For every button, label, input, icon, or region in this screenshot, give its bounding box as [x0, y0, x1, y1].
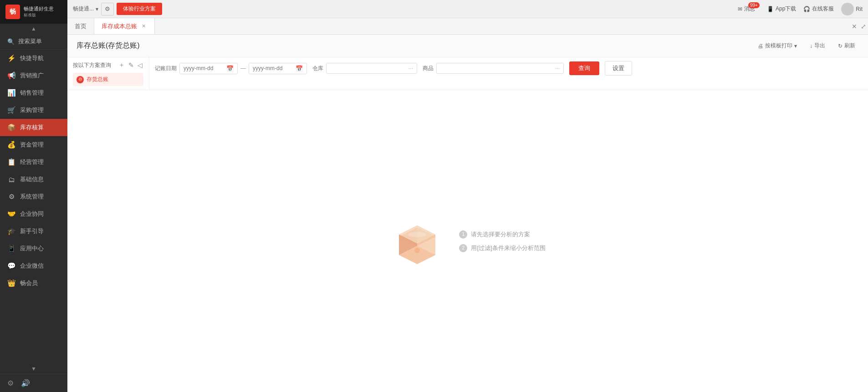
search-menu-item[interactable]: 🔍 搜索菜单 — [0, 34, 67, 50]
goods-filter-group: 商品 ··· — [423, 63, 564, 74]
scheme-item-icon: 存 — [77, 76, 84, 83]
finance-label: 资金管理 — [20, 141, 44, 149]
export-icon: ↓ — [810, 43, 812, 49]
calendar-end-icon[interactable]: 📅 — [296, 65, 303, 72]
sidebar-item-quick-nav[interactable]: ⚡ 快捷导航 — [0, 50, 67, 67]
sidebar-item-finance[interactable]: 💰 资金管理 — [0, 136, 67, 153]
user-avatar — [841, 3, 854, 15]
tab-inventory-cost-label: 库存成本总账 — [102, 22, 137, 31]
settings-btn[interactable]: 设置 — [605, 61, 632, 76]
scheme-actions: ＋ ✎ ◁ — [117, 61, 143, 69]
date-filter-group: 记账日期 📅 — 📅 — [155, 63, 307, 74]
svg-point-7 — [414, 248, 420, 253]
date-start-field[interactable] — [184, 65, 225, 71]
scheme-edit-btn[interactable]: ✎ — [128, 61, 135, 69]
scheme-collapse-btn[interactable]: ◁ — [137, 61, 143, 69]
footer-audio-icon[interactable]: 🔊 — [21, 379, 30, 387]
tip-text-1: 请先选择要分析的方案 — [471, 230, 530, 239]
sidebar-item-app-center[interactable]: 📱 应用中心 — [0, 240, 67, 257]
sidebar-item-sales[interactable]: 📊 销售管理 — [0, 84, 67, 102]
sidebar-item-wechat[interactable]: 💬 企业微信 — [0, 257, 67, 275]
user-area[interactable]: Rit — [841, 3, 863, 15]
empty-tip-1: 1 请先选择要分析的方案 — [459, 230, 545, 239]
tabbar: 首页 库存成本总账 ✕ ✕ ⤢ — [67, 18, 868, 35]
app-center-label: 应用中心 — [20, 244, 44, 253]
app-download-btn[interactable]: 📱 App下载 — [767, 5, 796, 13]
empty-tips: 1 请先选择要分析的方案 2 用[过滤]条件来缩小分析范围 — [459, 230, 545, 252]
sidebar-item-member[interactable]: 👑 畅会员 — [0, 275, 67, 292]
goods-label: 商品 — [423, 65, 434, 72]
operations-icon: 📋 — [7, 158, 15, 166]
refresh-btn[interactable]: ↻ 刷新 — [834, 40, 859, 51]
goods-select[interactable]: ··· — [436, 63, 564, 74]
system-label: 系统管理 — [20, 193, 44, 201]
tab-inventory-cost[interactable]: 库存成本总账 ✕ — [94, 18, 155, 34]
expand-panel-btn[interactable]: ⤢ — [859, 23, 868, 30]
user-name: Rit — [856, 6, 863, 12]
date-filter-label: 记账日期 — [155, 65, 177, 72]
chevron-down-icon[interactable]: ▾ — [96, 6, 98, 12]
sidebar-item-inventory[interactable]: 📦 库存核算 — [0, 119, 67, 136]
calendar-start-icon[interactable]: 📅 — [226, 65, 234, 72]
tab-home[interactable]: 首页 — [67, 18, 94, 34]
print-template-btn[interactable]: 🖨 按模板打印 ▾ — [754, 40, 801, 51]
sidebar-item-system[interactable]: ⚙ 系统管理 — [0, 188, 67, 205]
tip-num-1: 1 — [459, 230, 467, 239]
date-start-input[interactable]: 📅 — [179, 63, 238, 74]
industry-solution-btn[interactable]: 体验行业方案 — [117, 3, 162, 15]
date-separator: — — [240, 65, 246, 71]
warehouse-filter-group: 仓库 ··· — [312, 63, 417, 74]
sidebar-item-purchase[interactable]: 🛒 采购管理 — [0, 102, 67, 119]
guide-label: 新手引导 — [20, 227, 44, 235]
scheme-header: 按以下方案查询 ＋ ✎ ◁ — [73, 61, 143, 69]
warehouse-more-icon[interactable]: ··· — [408, 65, 413, 71]
enterprise-label: 企业协同 — [20, 210, 44, 218]
messages-badge: 99+ — [748, 2, 760, 8]
inventory-icon: 📦 — [7, 123, 15, 132]
footer-settings-icon[interactable]: ⚙ — [7, 379, 14, 387]
filter-inputs-row: 记账日期 📅 — 📅 仓库 — [155, 61, 863, 76]
empty-tip-2: 2 用[过滤]条件来缩小分析范围 — [459, 244, 545, 252]
online-service-btn[interactable]: 🎧 在线客服 — [803, 5, 834, 13]
print-dropdown-icon: ▾ — [794, 43, 797, 49]
messages-btn[interactable]: ✉ 消息 99+ — [738, 5, 755, 13]
scroll-down-btn[interactable]: ▼ — [0, 364, 67, 374]
tab-close-icon[interactable]: ✕ — [140, 23, 147, 30]
member-icon: 👑 — [7, 279, 15, 287]
sidebar-item-enterprise[interactable]: 🤝 企业协同 — [0, 205, 67, 223]
scheme-add-btn[interactable]: ＋ — [117, 61, 126, 69]
print-label: 按模板打印 — [765, 42, 792, 50]
marketing-label: 营销推广 — [20, 71, 44, 80]
phone-icon: 📱 — [767, 6, 774, 12]
refresh-label: 刷新 — [844, 42, 855, 50]
svg-point-8 — [408, 232, 426, 237]
breadcrumb: 畅捷通... ▾ — [73, 5, 98, 13]
export-btn[interactable]: ↓ 导出 — [806, 40, 829, 51]
topbar-left: 畅捷通... ▾ ⚙ 体验行业方案 — [73, 3, 734, 15]
wechat-label: 企业微信 — [20, 262, 44, 270]
basic-info-icon: 🗂 — [7, 176, 15, 183]
scheme-label: 按以下方案查询 — [73, 61, 111, 69]
goods-more-icon[interactable]: ··· — [555, 65, 560, 71]
scroll-up-btn[interactable]: ▲ — [0, 24, 67, 34]
print-icon: 🖨 — [758, 43, 763, 49]
sidebar-item-guide[interactable]: 🎓 新手引导 — [0, 223, 67, 240]
scheme-item-label: 存货总账 — [87, 76, 108, 83]
operations-label: 经营管理 — [20, 158, 44, 166]
sidebar-item-operations[interactable]: 📋 经营管理 — [0, 153, 67, 171]
main-area: 畅捷通... ▾ ⚙ 体验行业方案 ✉ 消息 99+ 📱 App下载 🎧 在线客… — [67, 0, 868, 392]
close-panel-btn[interactable]: ✕ — [852, 23, 857, 30]
warehouse-select[interactable]: ··· — [326, 63, 417, 74]
sidebar-item-marketing[interactable]: 📢 营销推广 — [0, 67, 67, 84]
query-btn[interactable]: 查询 — [569, 61, 599, 75]
date-end-input[interactable]: 📅 — [249, 63, 307, 74]
sales-label: 销售管理 — [20, 89, 44, 97]
breadcrumb-text: 畅捷通... — [73, 5, 94, 13]
date-end-field[interactable] — [253, 65, 294, 71]
topbar-settings-btn[interactable]: ⚙ — [101, 3, 114, 15]
sidebar-item-basic-info[interactable]: 🗂 基础信息 — [0, 171, 67, 188]
marketing-icon: 📢 — [7, 71, 15, 80]
scheme-item-inventory-total[interactable]: 存 存货总账 — [73, 73, 143, 86]
basic-info-label: 基础信息 — [20, 175, 44, 183]
logo-icon: 畅 — [5, 5, 20, 19]
